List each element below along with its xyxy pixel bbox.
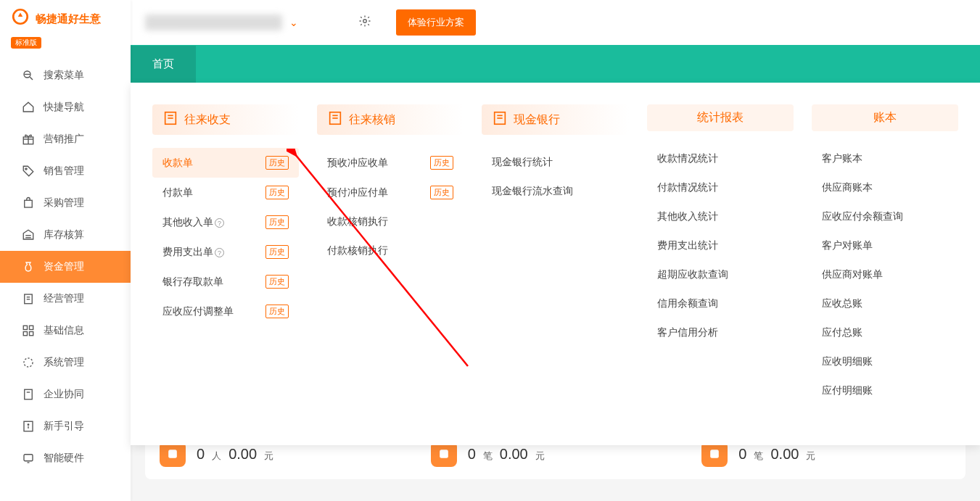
sidebar-item-label: 新手引导 [44, 420, 84, 433]
sidebar-item-business[interactable]: 经营管理 [0, 283, 131, 315]
menu-item-customer-credit-analysis[interactable]: 客户信用分析 [647, 318, 794, 347]
clipboard-icon [22, 292, 35, 305]
menu-item-ar-detail[interactable]: 应收明细账 [812, 347, 958, 376]
sidebar-item-collab[interactable]: 企业协同 [0, 378, 131, 410]
doc-icon [492, 110, 508, 129]
menu-item-bank-transfer[interactable]: 银行存取款单 历史 [152, 267, 299, 297]
sidebar-item-quick[interactable]: 快捷导航 [0, 91, 131, 123]
sidebar-item-hardware[interactable]: 智能硬件 [0, 442, 131, 474]
menu-col-ledger: 账本 客户账本 供应商账本 应收应付余额查询 客户对账单 供应商对账单 应收总账… [812, 104, 958, 423]
menu-item-cash-bank-flow[interactable]: 现金银行流水查询 [482, 177, 628, 206]
gift-icon [22, 133, 35, 146]
svg-rect-17 [30, 332, 33, 336]
svg-rect-41 [711, 450, 720, 458]
company-selector[interactable]: ██████████ ⌄ [145, 15, 341, 30]
sidebar-item-sales[interactable]: 销售管理 [0, 155, 131, 187]
menu-item-cash-bank-stats[interactable]: 现金银行统计 [482, 148, 628, 177]
help-icon[interactable]: ? [215, 218, 224, 228]
tab-bar: 首页 [131, 45, 980, 83]
home-icon [22, 101, 35, 114]
sidebar-item-system[interactable]: 系统管理 [0, 347, 131, 378]
col-header-verification: 往来核销 [317, 104, 464, 135]
menu-item-ap-general[interactable]: 应付总账 [812, 318, 958, 347]
stat-text: 0人 0.00元 [197, 446, 273, 463]
warehouse-icon [22, 228, 35, 241]
device-icon [22, 452, 35, 465]
menu-item-expense[interactable]: 费用支出单? 历史 [152, 237, 299, 267]
menu-item-prereceipt-offset[interactable]: 预收冲应收单 历史 [317, 148, 464, 178]
col-header-ledger: 账本 [812, 104, 958, 131]
history-tag[interactable]: 历史 [265, 186, 289, 199]
doc-icon [162, 110, 178, 129]
sidebar: 畅捷通好生意 标准版 搜索菜单 快捷导航 营销推广 销售管理 采购管理 库存核算 [0, 0, 131, 501]
menu-item-label: 其他收入统计 [657, 210, 718, 223]
menu-item-payment[interactable]: 付款单 历史 [152, 178, 299, 207]
menu-item-label: 收款单 [162, 157, 193, 170]
menu-item-label: 预付冲应付单 [327, 186, 388, 199]
menu-item-adjust[interactable]: 应收应付调整单 历史 [152, 297, 299, 326]
menu-item-supplier-ledger[interactable]: 供应商账本 [812, 173, 958, 202]
history-tag[interactable]: 历史 [265, 245, 289, 259]
industry-plan-button[interactable]: 体验行业方案 [396, 9, 476, 36]
sidebar-item-guide[interactable]: 新手引导 [0, 410, 131, 442]
menu-item-receipt-verify-exec[interactable]: 收款核销执行 [317, 207, 464, 236]
menu-item-other-income[interactable]: 其他收入单? 历史 [152, 207, 299, 237]
col-header-label: 现金银行 [514, 112, 560, 128]
menu-item-label: 收款核销执行 [327, 215, 388, 228]
menu-item-label: 付款单 [162, 186, 193, 199]
menu-item-ap-detail[interactable]: 应付明细账 [812, 376, 958, 405]
menu-item-receipt[interactable]: 收款单 历史 [152, 148, 299, 178]
sidebar-item-label: 销售管理 [44, 165, 84, 178]
menu-item-other-income-stats[interactable]: 其他收入统计 [647, 202, 794, 231]
sidebar-item-search[interactable]: 搜索菜单 [0, 59, 131, 91]
menu-item-customer-ledger[interactable]: 客户账本 [812, 144, 958, 173]
svg-rect-24 [24, 455, 33, 461]
menu-item-label: 应收总账 [822, 297, 862, 310]
menu-item-customer-statement[interactable]: 客户对账单 [812, 231, 958, 260]
menu-item-label: 费用支出单? [162, 246, 224, 259]
menu-item-label: 银行存取款单 [162, 276, 223, 289]
menu-item-payment-verify-exec[interactable]: 付款核销执行 [317, 236, 464, 265]
svg-point-26 [363, 20, 367, 23]
menu-item-label: 应付明细账 [822, 384, 873, 397]
menu-item-receipt-stats[interactable]: 收款情况统计 [647, 144, 794, 173]
sidebar-item-inventory[interactable]: 库存核算 [0, 219, 131, 251]
company-name-hidden: ██████████ [145, 15, 282, 30]
stat-value: 0 [468, 446, 476, 463]
history-tag[interactable]: 历史 [265, 305, 289, 318]
menu-item-overdue-query[interactable]: 超期应收款查询 [647, 260, 794, 289]
svg-point-22 [28, 424, 29, 426]
help-icon[interactable]: ? [215, 248, 224, 257]
menu-item-prepay-offset[interactable]: 预付冲应付单 历史 [317, 178, 464, 207]
menu-item-supplier-statement[interactable]: 供应商对账单 [812, 260, 958, 289]
stat-unit: 人 [212, 450, 221, 463]
svg-rect-8 [25, 200, 33, 207]
col-header-label: 账本 [873, 110, 897, 125]
menu-item-payment-stats[interactable]: 付款情况统计 [647, 173, 794, 202]
svg-point-7 [25, 168, 27, 170]
sidebar-item-base[interactable]: 基础信息 [0, 315, 131, 347]
menu-item-label: 客户信用分析 [657, 326, 718, 339]
menu-col-reports: 统计报表 收款情况统计 付款情况统计 其他收入统计 费用支出统计 超期应收款查询… [647, 104, 794, 423]
sidebar-item-label: 营销推广 [44, 133, 84, 146]
menu-item-credit-balance-query[interactable]: 信用余额查询 [647, 289, 794, 318]
col-header-label: 往来收支 [184, 112, 231, 128]
sidebar-item-purchase[interactable]: 采购管理 [0, 187, 131, 219]
tab-home[interactable]: 首页 [131, 46, 196, 83]
settings-button[interactable] [355, 13, 374, 32]
menu-col-transactions: 往来收支 收款单 历史 付款单 历史 其他收入单? 历史 费用支出单? 历史 银… [152, 104, 299, 423]
history-tag[interactable]: 历史 [265, 156, 289, 170]
sidebar-item-finance[interactable]: 资金管理 [0, 251, 131, 283]
history-tag[interactable]: 历史 [430, 186, 453, 199]
menu-item-ar-ap-balance[interactable]: 应收应付余额查询 [812, 202, 958, 231]
history-tag[interactable]: 历史 [265, 215, 289, 229]
tag-icon [22, 165, 35, 178]
sidebar-item-label: 快捷导航 [44, 101, 84, 114]
history-tag[interactable]: 历史 [265, 275, 289, 289]
sidebar-item-marketing[interactable]: 营销推广 [0, 123, 131, 155]
menu-item-label: 现金银行流水查询 [492, 185, 573, 198]
history-tag[interactable]: 历史 [430, 156, 453, 170]
menu-item-ar-general[interactable]: 应收总账 [812, 289, 958, 318]
menu-item-expense-stats[interactable]: 费用支出统计 [647, 231, 794, 260]
sidebar-item-label: 企业协同 [44, 388, 84, 401]
